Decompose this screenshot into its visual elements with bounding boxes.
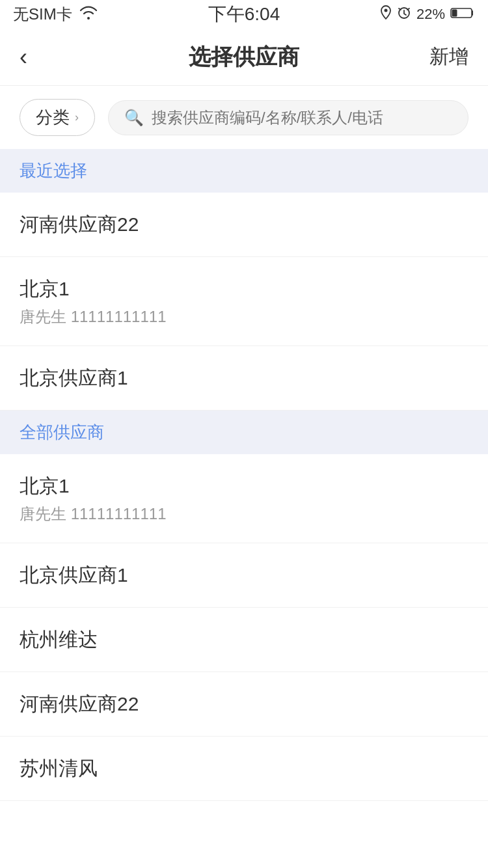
svg-rect-3: [452, 10, 457, 17]
filter-row: 分类 › 🔍: [0, 86, 488, 149]
status-right: 22%: [380, 5, 475, 23]
all-item-3[interactable]: 河南供应商22: [0, 672, 488, 737]
back-button[interactable]: ‹: [20, 44, 59, 71]
recent-item-sub-1: 唐先生 11111111111: [20, 306, 468, 327]
carrier-label: 无SIM卡: [13, 4, 72, 25]
all-item-4[interactable]: 苏州清风: [0, 737, 488, 801]
add-button[interactable]: 新增: [429, 44, 468, 70]
category-button[interactable]: 分类 ›: [20, 99, 95, 136]
status-left: 无SIM卡: [13, 4, 98, 25]
all-item-name-2: 杭州维达: [20, 626, 468, 653]
recent-item-1[interactable]: 北京1 唐先生 11111111111: [0, 257, 488, 346]
recent-item-name-1: 北京1: [20, 275, 468, 303]
recent-item-2[interactable]: 北京供应商1: [0, 346, 488, 411]
all-item-name-3: 河南供应商22: [20, 690, 468, 718]
nav-bar: ‹ 选择供应商 新增: [0, 29, 488, 86]
chevron-right-icon: ›: [75, 111, 79, 124]
all-item-1[interactable]: 北京供应商1: [0, 543, 488, 608]
all-item-sub-0: 唐先生 11111111111: [20, 504, 468, 524]
battery-icon: [450, 6, 475, 23]
recent-item-name-2: 北京供应商1: [20, 364, 468, 392]
battery-label: 22%: [416, 6, 445, 23]
recent-item-name-0: 河南供应商22: [20, 211, 468, 238]
page-title: 选择供应商: [189, 42, 299, 72]
recent-section-label: 最近选择: [20, 161, 87, 180]
all-item-2[interactable]: 杭州维达: [0, 608, 488, 672]
status-time: 下午6:04: [208, 2, 280, 27]
all-items-list: 北京1 唐先生 11111111111 北京供应商1 杭州维达 河南供应商22 …: [0, 454, 488, 801]
recent-items-list: 河南供应商22 北京1 唐先生 11111111111 北京供应商1: [0, 193, 488, 411]
all-section-header: 全部供应商: [0, 411, 488, 454]
all-item-name-4: 苏州清风: [20, 755, 468, 782]
location-icon: [380, 5, 392, 23]
search-box[interactable]: 🔍: [108, 100, 468, 135]
wifi-icon: [79, 5, 98, 23]
search-icon: 🔍: [124, 109, 144, 127]
all-section-label: 全部供应商: [20, 422, 104, 442]
svg-point-0: [384, 9, 387, 12]
all-item-name-0: 北京1: [20, 472, 468, 500]
all-item-name-1: 北京供应商1: [20, 562, 468, 589]
recent-item-0[interactable]: 河南供应商22: [0, 193, 488, 257]
recent-section-header: 最近选择: [0, 149, 488, 193]
alarm-icon: [397, 5, 411, 23]
category-label: 分类: [36, 106, 70, 129]
status-bar: 无SIM卡 下午6:04 22%: [0, 0, 488, 29]
all-item-0[interactable]: 北京1 唐先生 11111111111: [0, 454, 488, 543]
search-input[interactable]: [152, 109, 452, 127]
